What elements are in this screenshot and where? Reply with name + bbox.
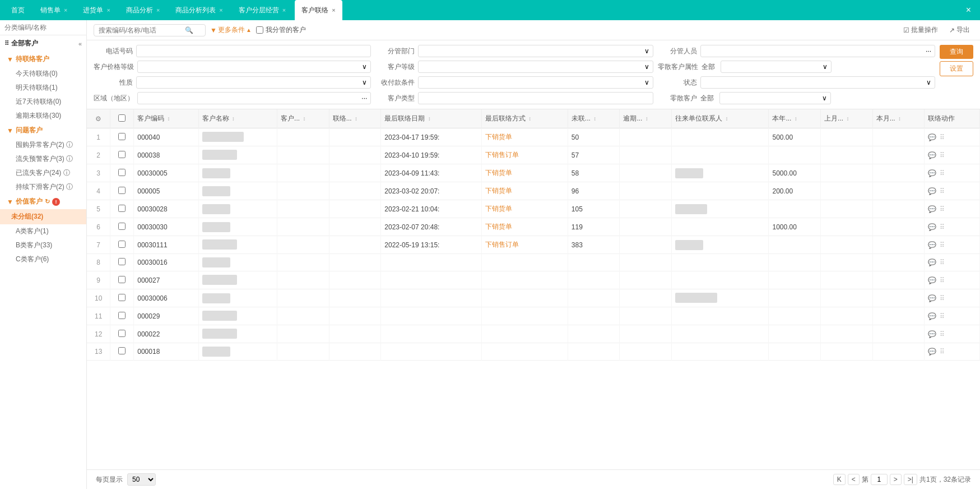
th-this-month[interactable]: 本月... ↕ bbox=[872, 109, 925, 128]
sidebar-item-churned[interactable]: 已流失客户(24) ⓘ bbox=[0, 166, 86, 180]
row-checkbox[interactable] bbox=[118, 223, 126, 230]
page-number-input[interactable] bbox=[871, 474, 888, 485]
cell-actions[interactable]: 💬 ⠿ bbox=[925, 289, 980, 307]
payment-select[interactable]: ∨ bbox=[418, 76, 653, 89]
customer-type-input[interactable] bbox=[418, 92, 653, 104]
close-product-analysis-icon[interactable]: × bbox=[156, 7, 160, 13]
close-customer-tier-icon[interactable]: × bbox=[282, 7, 286, 13]
cell-checkbox[interactable] bbox=[110, 254, 134, 271]
sidebar-group-pending[interactable]: ▼ 待联络客户 bbox=[0, 52, 86, 67]
cell-checkbox[interactable] bbox=[110, 218, 134, 236]
cell-actions[interactable]: 💬 ⠿ bbox=[925, 164, 980, 182]
manager-select[interactable]: ··· bbox=[700, 45, 935, 57]
export-button[interactable]: ↗ 导出 bbox=[946, 24, 973, 36]
nav-product-list[interactable]: 商品分析列表 × bbox=[169, 0, 229, 20]
last-method-link[interactable]: 下销货单 bbox=[485, 169, 512, 177]
cell-actions[interactable]: 💬 ⠿ bbox=[925, 128, 980, 146]
cell-actions[interactable]: 💬 ⠿ bbox=[925, 254, 980, 271]
search-box[interactable]: 🔍 bbox=[94, 24, 206, 36]
cell-actions[interactable]: 💬 ⠿ bbox=[925, 200, 980, 218]
th-settings[interactable]: ⚙ bbox=[87, 109, 110, 128]
sidebar-item-7days[interactable]: 近7天待联络(0) bbox=[0, 95, 86, 109]
chat-icon[interactable]: 💬 bbox=[928, 294, 936, 302]
menu-icon[interactable]: ⠿ bbox=[940, 187, 945, 195]
chat-icon[interactable]: 💬 bbox=[928, 276, 936, 284]
last-method-link[interactable]: 下销售订单 bbox=[485, 241, 519, 248]
sidebar-item-today[interactable]: 今天待联络(0) bbox=[0, 67, 86, 81]
th-name[interactable]: 客户名称 ↕ bbox=[198, 109, 277, 128]
select-all-checkbox[interactable] bbox=[118, 114, 126, 122]
cell-last-method[interactable]: 下销售订单 bbox=[481, 146, 568, 164]
refresh-icon[interactable]: ↻ bbox=[45, 198, 50, 205]
nature-select[interactable]: ∨ bbox=[136, 76, 371, 89]
close-window-button[interactable]: × bbox=[962, 5, 976, 15]
cell-checkbox[interactable] bbox=[110, 200, 134, 218]
close-purchase-icon[interactable]: × bbox=[106, 7, 110, 13]
chat-icon[interactable]: 💬 bbox=[928, 312, 936, 320]
cell-last-method[interactable]: 下销货单 bbox=[481, 164, 568, 182]
chat-icon[interactable]: 💬 bbox=[928, 187, 936, 195]
th-code[interactable]: 客户编码 ↕ bbox=[134, 109, 198, 128]
cell-last-method[interactable]: 下销货单 bbox=[481, 218, 568, 236]
menu-icon[interactable]: ⠿ bbox=[940, 151, 945, 159]
sidebar-item-class-b[interactable]: B类客户(33) bbox=[0, 238, 86, 252]
phone-input[interactable] bbox=[136, 45, 371, 57]
collapse-all-icon[interactable]: « bbox=[78, 40, 82, 47]
last-method-link[interactable]: 下销货单 bbox=[485, 223, 512, 230]
menu-icon[interactable]: ⠿ bbox=[940, 276, 945, 284]
status-select[interactable]: ∨ bbox=[700, 76, 935, 89]
chat-icon[interactable]: 💬 bbox=[928, 169, 936, 177]
nav-product-analysis[interactable]: 商品分析 × bbox=[119, 0, 166, 20]
nav-purchase[interactable]: 进货单 × bbox=[76, 0, 117, 20]
region-select[interactable]: ··· bbox=[137, 92, 371, 104]
cell-checkbox[interactable] bbox=[110, 236, 134, 254]
customer-grade-select[interactable]: ∨ bbox=[418, 61, 653, 73]
menu-icon[interactable]: ⠿ bbox=[940, 241, 945, 249]
th-contact-person[interactable]: 往来单位联系人 ↕ bbox=[672, 109, 769, 128]
cell-checkbox[interactable] bbox=[110, 307, 134, 325]
cell-actions[interactable]: 💬 ⠿ bbox=[925, 307, 980, 325]
th-contact[interactable]: 联络... ↕ bbox=[329, 109, 381, 128]
price-grade-select[interactable]: ∨ bbox=[137, 61, 371, 73]
sidebar-group-problem[interactable]: ▼ 问题客户 bbox=[0, 123, 86, 138]
next-page-button[interactable]: > bbox=[890, 474, 902, 485]
sidebar-item-declining[interactable]: 持续下滑客户(2) ⓘ bbox=[0, 180, 86, 194]
menu-icon[interactable]: ⠿ bbox=[940, 312, 945, 320]
th-no-contact[interactable]: 未联... ↕ bbox=[568, 109, 620, 128]
sidebar-item-abnormal[interactable]: 囤购异常客户(2) ⓘ bbox=[0, 138, 86, 152]
per-page-select[interactable]: 50 100 200 bbox=[127, 473, 156, 486]
my-customers-check[interactable] bbox=[256, 26, 263, 34]
menu-icon[interactable]: ⠿ bbox=[940, 330, 945, 338]
sidebar-all-customers[interactable]: ⠿ 全部客户 « bbox=[0, 35, 86, 52]
cell-actions[interactable]: 💬 ⠿ bbox=[925, 218, 980, 236]
scatter-attr-select[interactable]: ∨ bbox=[721, 61, 832, 73]
sidebar-search-bar[interactable]: 🔍 bbox=[0, 20, 86, 35]
chat-icon[interactable]: 💬 bbox=[928, 205, 936, 213]
th-last-month[interactable]: 上月... ↕ bbox=[821, 109, 873, 128]
chat-icon[interactable]: 💬 bbox=[928, 330, 936, 338]
close-customer-contact-icon[interactable]: × bbox=[332, 7, 335, 13]
row-checkbox[interactable] bbox=[118, 276, 126, 283]
cell-checkbox[interactable] bbox=[110, 325, 134, 343]
last-method-link[interactable]: 下销售订单 bbox=[485, 151, 519, 159]
scatter-customer-select[interactable]: ∨ bbox=[719, 92, 832, 104]
cell-checkbox[interactable] bbox=[110, 271, 134, 289]
my-customers-checkbox[interactable]: 我分管的客户 bbox=[256, 25, 306, 35]
cell-actions[interactable]: 💬 ⠿ bbox=[925, 236, 980, 254]
batch-ops-button[interactable]: ☑ 批量操作 bbox=[900, 24, 941, 36]
chat-icon[interactable]: 💬 bbox=[928, 241, 936, 249]
sidebar-group-value[interactable]: ▼ 价值客户 ↻ ! bbox=[0, 194, 86, 209]
search-icon[interactable]: 🔍 bbox=[185, 26, 193, 34]
menu-icon[interactable]: ⠿ bbox=[940, 205, 945, 213]
menu-icon[interactable]: ⠿ bbox=[940, 169, 945, 177]
cell-checkbox[interactable] bbox=[110, 164, 134, 182]
sidebar-item-tomorrow[interactable]: 明天待联络(1) bbox=[0, 81, 86, 95]
chat-icon[interactable]: 💬 bbox=[928, 223, 936, 231]
menu-icon[interactable]: ⠿ bbox=[940, 259, 945, 266]
cell-actions[interactable]: 💬 ⠿ bbox=[925, 343, 980, 361]
cell-checkbox[interactable] bbox=[110, 128, 134, 146]
dept-select[interactable]: ∨ bbox=[418, 45, 653, 57]
th-this-year[interactable]: 本年... ↕ bbox=[769, 109, 821, 128]
cell-last-method[interactable]: 下销售订单 bbox=[481, 236, 568, 254]
nav-sales[interactable]: 销售单 × bbox=[34, 0, 74, 20]
